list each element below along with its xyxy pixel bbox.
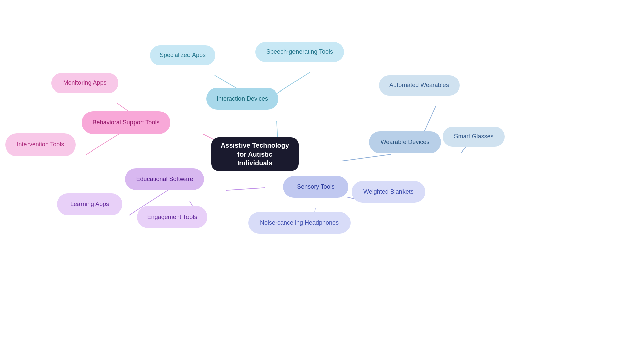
noise-canceling-label: Noise-canceling Headphones: [260, 219, 339, 227]
intervention-tools-node: Intervention Tools: [5, 133, 76, 156]
smart-glasses-node: Smart Glasses: [443, 127, 505, 147]
weighted-blankets-label: Weighted Blankets: [363, 188, 414, 196]
smart-glasses-label: Smart Glasses: [454, 133, 493, 140]
sensory-tools-label: Sensory Tools: [297, 183, 335, 191]
behavioral-tools-node: Behavioral Support Tools: [82, 111, 170, 134]
svg-line-9: [226, 188, 265, 190]
engagement-tools-node: Engagement Tools: [137, 206, 207, 228]
educational-software-label: Educational Software: [136, 175, 193, 183]
center-node: Assistive Technology for Autistic Indivi…: [211, 137, 299, 171]
monitoring-apps-node: Monitoring Apps: [51, 73, 118, 93]
learning-apps-label: Learning Apps: [70, 200, 109, 208]
educational-software-node: Educational Software: [125, 168, 204, 190]
engagement-tools-label: Engagement Tools: [147, 213, 197, 221]
speech-tools-label: Speech-generating Tools: [266, 48, 333, 56]
specialized-apps-node: Specialized Apps: [150, 45, 215, 65]
interaction-devices-label: Interaction Devices: [217, 95, 268, 103]
monitoring-apps-label: Monitoring Apps: [63, 79, 106, 87]
specialized-apps-label: Specialized Apps: [160, 51, 206, 59]
svg-line-3: [342, 154, 391, 161]
speech-tools-node: Speech-generating Tools: [255, 42, 344, 62]
weighted-blankets-node: Weighted Blankets: [352, 181, 425, 203]
interaction-devices-node: Interaction Devices: [206, 88, 278, 110]
behavioral-tools-label: Behavioral Support Tools: [93, 119, 160, 126]
automated-wearables-node: Automated Wearables: [379, 75, 460, 96]
noise-canceling-node: Noise-canceling Headphones: [248, 212, 351, 234]
wearable-devices-node: Wearable Devices: [369, 131, 441, 153]
sensory-tools-node: Sensory Tools: [283, 176, 348, 198]
center-label: Assistive Technology for Autistic Indivi…: [219, 141, 290, 167]
wearable-devices-label: Wearable Devices: [381, 138, 430, 146]
intervention-tools-label: Intervention Tools: [17, 141, 64, 148]
automated-wearables-label: Automated Wearables: [389, 81, 449, 89]
svg-line-8: [86, 134, 119, 155]
learning-apps-node: Learning Apps: [57, 193, 122, 215]
